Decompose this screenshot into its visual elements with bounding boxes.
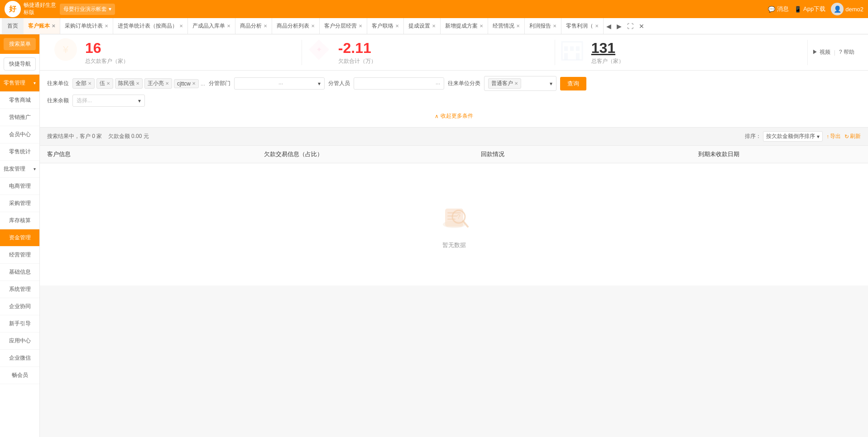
tab-accounts[interactable]: 客户账本 ✕ [24,18,60,34]
tag-close-normal-customer[interactable]: ✕ [514,81,518,86]
balance-select[interactable]: 选择... ▾ [72,95,145,107]
empty-label: 暂无数据 [442,241,466,249]
sidebar-item-enterprise-wechat[interactable]: 企业微信 [0,350,39,367]
tab-retail-profit[interactable]: 零售利润（ ✕ [561,18,604,34]
tab-close-retail-profit[interactable]: ✕ [595,24,599,28]
tab-close-operations[interactable]: ✕ [516,24,520,28]
sidebar-item-ecommerce[interactable]: 电商管理 [0,178,39,195]
export-icon: ↑ [826,133,829,140]
tag-close-wu[interactable]: ✕ [106,81,110,86]
tag-close-wang[interactable]: ✕ [165,81,169,86]
store-selector[interactable]: 母婴行业演示帐套 ▾ [60,4,115,15]
tab-nav-next[interactable]: ▶ [614,23,624,30]
tab-close-inbound[interactable]: ✕ [179,24,183,28]
dept-label: 分管部门 [209,80,230,87]
tab-profit-report[interactable]: 利润报告 ✕ [525,18,561,34]
result-sort: 排序： 按欠款金额倒序排序 ▾ [745,131,823,142]
sidebar-item-marketing[interactable]: 营销推广 [0,109,39,126]
tab-product-analysis[interactable]: 商品分析 ✕ [235,18,272,34]
stat-label-debt-customers: 总欠款客户（家） [85,57,129,65]
chevron-icon: ▾ [34,81,36,86]
sidebar-item-operations-mgmt[interactable]: 经营管理 [0,247,39,264]
tab-home[interactable]: 首页 [2,18,24,34]
empty-state: ? 暂无数据 [40,163,868,285]
sidebar-item-retail-mgmt[interactable]: 零售管理 ▾ [0,75,39,92]
tab-close-product-analysis[interactable]: ✕ [264,24,267,28]
result-info: 搜索结果中，客户 0 家 欠款金额 0.00 元 [47,133,149,140]
sidebar-item-new-guide[interactable]: 新手引导 [0,315,39,332]
sort-select[interactable]: 按欠款金额倒序排序 ▾ [763,131,823,142]
message-icon: 💬 [768,6,775,13]
tab-close-incentive[interactable]: ✕ [480,24,483,28]
tag-close-chen[interactable]: ✕ [136,81,139,86]
tab-close-reminder[interactable]: ✕ [432,24,436,28]
collapse-btn[interactable]: ∧ 收起更多条件 [47,110,861,122]
sidebar-item-member-center[interactable]: 会员中心 [0,126,39,143]
stat-total-customers: 131 总客户（家） [555,40,808,65]
sidebar-item-premium-member[interactable]: 畅会员 [0,367,39,384]
help-icon: ? [839,49,842,55]
help-btn[interactable]: ? 帮助 [839,48,854,56]
user-menu[interactable]: 👤 demo2 [831,3,863,15]
sidebar-quick-nav-btn[interactable]: 快捷导航 [4,57,36,71]
partner-unit-label: 往来单位 [47,80,69,87]
tag-close-cjttcw[interactable]: ✕ [192,81,196,86]
sidebar-item-enterprise-coop[interactable]: 企业协同 [0,298,39,315]
tab-close-customer-tier[interactable]: ✕ [359,24,362,28]
sidebar-item-app-center[interactable]: 应用中心 [0,332,39,350]
stats-bar: ¥ 16 总欠款客户（家） ✦ -2.11 欠款合计 [40,34,868,71]
tab-restore[interactable]: ✕ [636,23,647,30]
table-header: 客户信息 欠款交易信息（占比） 回款情况 到期未收款日期 [40,146,868,163]
svg-rect-8 [564,53,568,60]
sidebar-item-system-mgmt[interactable]: 系统管理 [0,281,39,298]
tab-product-analysis-list[interactable]: 商品分析列表 ✕ [272,18,320,34]
tab-close-accounts[interactable]: ✕ [52,24,55,28]
stat-value-debt: -2.11 [338,40,376,57]
filter-more-btn[interactable]: ... [201,81,205,87]
arrow-icon: ▾ [34,166,36,171]
tab-close-product-inbound[interactable]: ✕ [227,24,230,28]
video-btn[interactable]: ▶ 视频 [812,48,830,56]
top-bar: 好 畅捷通好生意 标版 母婴行业演示帐套 ▾ 💬 消息 📱 App下载 👤 de… [0,0,868,18]
dept-select[interactable]: ··· ▾ [234,77,325,90]
tab-close-product-analysis-list[interactable]: ✕ [311,24,315,28]
sidebar-item-basic-info[interactable]: 基础信息 [0,264,39,281]
filter-row-2: 往来余额 选择... ▾ [47,95,861,107]
tab-close-customer-contact[interactable]: ✕ [395,24,399,28]
svg-rect-6 [570,46,574,51]
tag-close-all[interactable]: ✕ [88,81,91,86]
refresh-btn[interactable]: ↻ 刷新 [844,133,861,140]
logo-area: 好 畅捷通好生意 标版 [5,1,56,17]
col-due-date: 到期未收款日期 [698,150,861,158]
person-select[interactable]: ··· [354,77,444,90]
tab-customer-contact[interactable]: 客户联络 ✕ [367,18,404,34]
tab-close-profit-report[interactable]: ✕ [553,24,556,28]
messages-btn[interactable]: 💬 消息 [768,5,789,13]
diamond-icon: ✦ [307,37,331,62]
sidebar-item-inventory[interactable]: 库存核算 [0,212,39,229]
app-download-btn[interactable]: 📱 App下载 [794,5,825,13]
stat-value-debt-customers: 16 [85,40,129,57]
tab-nav-prev[interactable]: ◀ [604,23,614,30]
tab-operations[interactable]: 经营情况 ✕ [488,18,525,34]
tab-customer-tier[interactable]: 客户分层经营 ✕ [320,18,367,34]
content-area: ¥ 16 总欠款客户（家） ✦ -2.11 欠款合计 [40,34,868,437]
unit-type-select[interactable]: 普通客户 ✕ ▾ [484,76,556,91]
tab-close-purchase[interactable]: ✕ [105,24,108,28]
tab-purchase-orders[interactable]: 采购订单统计表 ✕ [60,18,113,34]
tab-new-incentive[interactable]: 新增提成方案 ✕ [441,18,488,34]
tab-inbound-stats[interactable]: 进货单统计表（按商品） ✕ [113,18,188,34]
sidebar-item-wholesale-mgmt[interactable]: 批发管理 ▾ [0,161,39,178]
sidebar-search-btn[interactable]: 搜索菜单 [4,38,36,50]
tab-product-inbound[interactable]: 产成品入库单 ✕ [188,18,235,34]
sidebar-item-retail-stats[interactable]: 零售统计 [0,143,39,161]
sidebar-item-retail-store[interactable]: 零售商城 [0,92,39,109]
sidebar-item-finance[interactable]: 资金管理 [0,229,39,247]
sidebar-item-purchase-mgmt[interactable]: 采购管理 [0,195,39,212]
tab-reminder-settings[interactable]: 提成设置 ✕ [404,18,441,34]
query-btn[interactable]: 查询 [560,77,586,90]
unit-type-label: 往来单位分类 [448,80,480,87]
dept-select-more: ··· [278,81,283,87]
tab-maximize[interactable]: ⛶ [624,23,636,30]
export-btn[interactable]: ↑ 导出 [826,133,841,140]
